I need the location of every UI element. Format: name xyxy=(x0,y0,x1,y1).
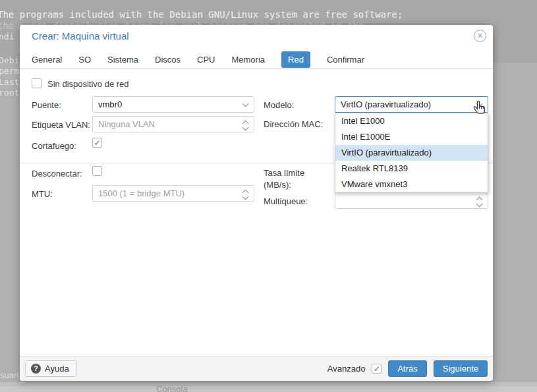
mtu-placeholder: 1500 (1 = bridge MTU) xyxy=(98,188,184,198)
model-label: Modelo: xyxy=(264,100,294,110)
mtu-spinner[interactable]: 1500 (1 = bridge MTU) xyxy=(92,185,254,202)
advanced-label: Avanzado xyxy=(327,364,366,374)
mtu-label: MTU: xyxy=(32,189,53,199)
create-vm-dialog: Crear: Maquina virtual ✕ General SO Sist… xyxy=(20,25,493,381)
no-network-checkbox[interactable] xyxy=(32,78,42,88)
disconnect-label: Desconectar: xyxy=(32,169,82,179)
tab-memoria[interactable]: Memoria xyxy=(231,51,265,68)
vlan-placeholder: Ninguna VLAN xyxy=(98,119,155,129)
bridge-value: vmbr0 xyxy=(98,99,122,109)
terminal-fragment: perm xyxy=(0,66,19,76)
firewall-label: Cortafuego: xyxy=(32,141,76,151)
back-button[interactable]: Atrás xyxy=(388,360,426,377)
terminal-fragment: ndi xyxy=(0,32,14,42)
wizard-tabbar: General SO Sistema Discos CPU Memoria Re… xyxy=(32,50,493,69)
spinner-down-icon[interactable] xyxy=(476,201,483,208)
help-icon: ? xyxy=(31,364,41,374)
chevron-down-icon[interactable] xyxy=(242,101,249,107)
dropdown-item-vmware[interactable]: VMware vmxnet3 xyxy=(335,177,488,192)
dropdown-item-realtek[interactable]: Realtek RTL8139 xyxy=(335,161,488,177)
disconnect-checkbox[interactable] xyxy=(92,166,102,176)
dialog-title: Crear: Maquina virtual xyxy=(32,30,129,42)
bottom-tabstrip-background xyxy=(0,386,537,392)
help-button[interactable]: ? Ayuda xyxy=(25,360,77,377)
dialog-footer: ? Ayuda Avanzado ✓ Atrás Siguiente xyxy=(20,356,493,381)
spinner-down-icon[interactable] xyxy=(242,125,249,131)
background-console-tab-fragment: Consola xyxy=(156,384,188,392)
mac-label: Dirección MAC: xyxy=(264,119,323,129)
vlan-label: Etiqueta VLAN: xyxy=(32,120,90,130)
tabbar-divider xyxy=(20,69,493,69)
vlan-spinner[interactable]: Ninguna VLAN xyxy=(92,116,254,132)
model-dropdown-list: Intel E1000 Intel E1000E VirtIO (paravir… xyxy=(335,113,488,193)
firewall-checkbox[interactable]: ✓ xyxy=(92,138,102,148)
background-user-fragment: suari xyxy=(0,370,18,380)
dropdown-item-intel-e1000e[interactable]: Intel E1000E xyxy=(335,129,488,145)
close-icon[interactable]: ✕ xyxy=(474,30,486,42)
help-button-label: Ayuda xyxy=(45,364,69,374)
model-value: VirtIO (paravirtualizado) xyxy=(341,99,431,109)
tab-confirmar[interactable]: Confirmar xyxy=(327,51,364,68)
multiqueue-spinner[interactable] xyxy=(335,192,488,209)
rate-limit-label: Tasa límite (MB/s): xyxy=(264,167,326,191)
tab-general[interactable]: General xyxy=(32,51,62,68)
chevron-down-icon[interactable] xyxy=(476,101,483,107)
terminal-line-1: The programs included with the Debian GN… xyxy=(0,9,403,20)
tab-sistema[interactable]: Sistema xyxy=(107,51,138,68)
tab-cpu[interactable]: CPU xyxy=(197,51,215,68)
multiqueue-label: Multiqueue: xyxy=(264,196,308,206)
advanced-checkbox[interactable]: ✓ xyxy=(372,364,382,374)
dropdown-item-virtio[interactable]: VirtIO (paravirtualizado) xyxy=(335,145,488,161)
spinner-down-icon[interactable] xyxy=(242,194,249,200)
bridge-label: Puente: xyxy=(32,100,61,110)
dropdown-item-intel-e1000[interactable]: Intel E1000 xyxy=(335,113,488,129)
terminal-fragment: Last xyxy=(0,77,19,87)
bridge-combo[interactable]: vmbr0 xyxy=(92,96,254,113)
tab-discos[interactable]: Discos xyxy=(155,51,181,68)
next-button[interactable]: Siguiente xyxy=(434,360,488,377)
tab-so[interactable]: SO xyxy=(78,51,91,68)
model-combo[interactable]: VirtIO (paravirtualizado) xyxy=(335,96,488,113)
tab-red[interactable]: Red xyxy=(281,51,310,68)
no-network-label: Sin dispositivo de red xyxy=(47,79,129,89)
